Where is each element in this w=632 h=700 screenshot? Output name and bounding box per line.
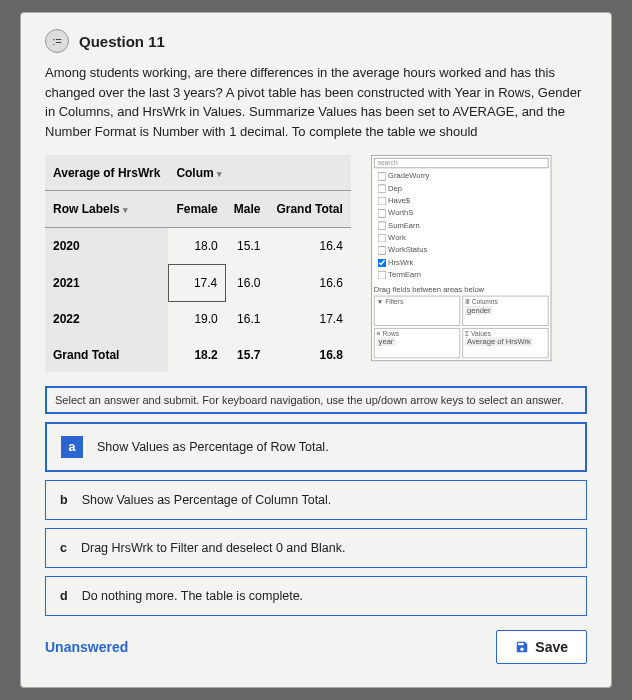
- row-labels-header: Row Labels ▾: [45, 191, 168, 228]
- field-item[interactable]: TermEarn: [374, 269, 549, 281]
- question-header: := Question 11: [45, 29, 587, 53]
- field-list: GradeWorry Dep Have$ WorthS SumEarn Work…: [374, 170, 549, 281]
- pivot-fields-panel: search GradeWorry Dep Have$ WorthS SumEa…: [371, 155, 552, 361]
- save-button[interactable]: Save: [496, 630, 587, 664]
- filters-area[interactable]: ▼ Filters: [374, 296, 460, 326]
- field-item[interactable]: GradeWorry: [374, 170, 549, 182]
- footer: Unanswered Save: [45, 630, 587, 664]
- table-row: 2021 17.4 16.0 16.6: [45, 264, 351, 301]
- answer-text: Do nothing more. The table is complete.: [82, 589, 303, 603]
- answer-option-a[interactable]: a Show Values as Percentage of Row Total…: [45, 422, 587, 472]
- field-item[interactable]: SumEarn: [374, 220, 549, 232]
- table-row: 2020 18.0 15.1 16.4: [45, 228, 351, 265]
- answer-letter: d: [60, 589, 68, 603]
- col-header: Grand Total: [268, 191, 350, 228]
- values-area[interactable]: Σ Values Average of HrsWrk: [462, 328, 548, 358]
- pivot-area: Average of HrsWrk Colum ▾ Row Labels ▾ F…: [45, 155, 587, 372]
- columns-area[interactable]: Ⅲ Columns gender: [462, 296, 548, 326]
- answer-letter: a: [61, 436, 83, 458]
- question-number: Question 11: [79, 33, 165, 50]
- answer-text: Show Values as Percentage of Column Tota…: [82, 493, 332, 507]
- save-icon: [515, 640, 529, 654]
- field-item[interactable]: WorkStatus: [374, 244, 549, 256]
- field-item[interactable]: HrsWrk: [374, 257, 549, 269]
- question-icon: :=: [45, 29, 69, 53]
- field-areas: ▼ Filters Ⅲ Columns gender ≡ Rows year Σ…: [374, 296, 549, 359]
- field-item[interactable]: Dep: [374, 183, 549, 195]
- grand-total-row: Grand Total 18.2 15.7 16.8: [45, 337, 351, 372]
- field-search[interactable]: search: [374, 158, 549, 168]
- save-label: Save: [535, 639, 568, 655]
- pivot-title: Average of HrsWrk: [45, 155, 168, 191]
- pivot-table: Average of HrsWrk Colum ▾ Row Labels ▾ F…: [45, 155, 351, 372]
- answer-option-b[interactable]: b Show Values as Percentage of Column To…: [45, 480, 587, 520]
- col-header: Male: [226, 191, 269, 228]
- table-row: 2022 19.0 16.1 17.4: [45, 301, 351, 337]
- answer-text: Show Values as Percentage of Row Total.: [97, 440, 329, 454]
- field-item[interactable]: Work: [374, 232, 549, 244]
- answer-option-c[interactable]: c Drag HrsWrk to Filter and deselect 0 a…: [45, 528, 587, 568]
- rows-area[interactable]: ≡ Rows year: [374, 328, 460, 358]
- answer-letter: b: [60, 493, 68, 507]
- field-item[interactable]: Have$: [374, 195, 549, 207]
- pivot-col-label: Colum ▾: [168, 155, 351, 191]
- select-hint: Select an answer and submit. For keyboar…: [45, 386, 587, 414]
- drag-hint: Drag fields between areas below: [374, 285, 549, 294]
- status-label: Unanswered: [45, 639, 128, 655]
- answer-option-d[interactable]: d Do nothing more. The table is complete…: [45, 576, 587, 616]
- question-card: := Question 11 Among students working, a…: [20, 12, 612, 688]
- answers-list: a Show Values as Percentage of Row Total…: [45, 422, 587, 616]
- question-text: Among students working, are there differ…: [45, 63, 587, 141]
- answer-text: Drag HrsWrk to Filter and deselect 0 and…: [81, 541, 345, 555]
- field-item[interactable]: WorthS: [374, 207, 549, 219]
- col-header: Female: [168, 191, 225, 228]
- answer-letter: c: [60, 541, 67, 555]
